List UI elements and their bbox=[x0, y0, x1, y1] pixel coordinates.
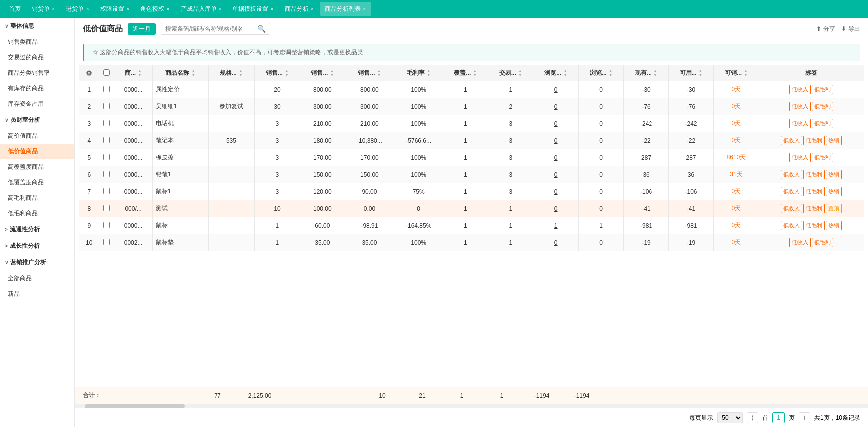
search-icon[interactable]: 🔍 bbox=[257, 25, 266, 33]
cell-browse1[interactable]: 0 bbox=[533, 149, 578, 166]
browse1-link[interactable]: 0 bbox=[554, 171, 558, 178]
period-button[interactable]: 近一月 bbox=[128, 23, 156, 35]
nav-role-auth[interactable]: 角色授权 × bbox=[135, 2, 174, 16]
cell-browse1[interactable]: 0 bbox=[533, 115, 578, 132]
cell-checkbox[interactable] bbox=[99, 98, 114, 115]
th-margin[interactable]: 毛利率 ▲▼ bbox=[394, 65, 443, 81]
nav-product-inbound[interactable]: 产成品入库单 × bbox=[176, 2, 226, 16]
sidebar-item-all-products[interactable]: 全部商品 bbox=[0, 271, 74, 286]
row-checkbox[interactable] bbox=[103, 120, 110, 126]
sidebar-item-low-coverage[interactable]: 低覆盖度商品 bbox=[0, 175, 74, 190]
row-checkbox[interactable] bbox=[103, 222, 110, 228]
share-button[interactable]: ⬆ 分享 bbox=[816, 25, 835, 33]
close-product-analysis-list-tab[interactable]: × bbox=[363, 6, 366, 12]
close-role-auth-tab[interactable]: × bbox=[166, 6, 169, 12]
th-available[interactable]: 可用... ▲▼ bbox=[668, 65, 713, 81]
cell-checkbox[interactable] bbox=[99, 217, 114, 234]
cell-checkbox[interactable] bbox=[99, 200, 114, 217]
sidebar-item-new-products[interactable]: 新品 bbox=[0, 286, 74, 302]
sidebar-item-category-sales-rate[interactable]: 商品分类销售率 bbox=[0, 65, 74, 81]
row-checkbox[interactable] bbox=[103, 171, 110, 177]
th-spec[interactable]: 规格... ▲▼ bbox=[208, 65, 255, 81]
sidebar-item-stock-capital[interactable]: 库存资金占用 bbox=[0, 96, 74, 112]
cell-checkbox[interactable] bbox=[99, 115, 114, 132]
cell-checkbox[interactable] bbox=[99, 234, 114, 251]
th-code[interactable]: 商... ▲▼ bbox=[114, 65, 152, 81]
close-template-settings-tab[interactable]: × bbox=[270, 6, 273, 12]
th-coverage[interactable]: 覆盖... ▲▼ bbox=[443, 65, 488, 81]
browse1-link[interactable]: 0 bbox=[554, 120, 558, 127]
row-checkbox[interactable] bbox=[103, 239, 110, 245]
cell-checkbox[interactable] bbox=[99, 149, 114, 166]
sidebar-item-stocked-products[interactable]: 有库存的商品 bbox=[0, 81, 74, 96]
th-sales-qty[interactable]: 销售... ▲▼ bbox=[255, 65, 300, 81]
sidebar-item-traded-products[interactable]: 交易过的商品 bbox=[0, 50, 74, 65]
close-purchase-order-tab[interactable]: × bbox=[86, 6, 89, 12]
cell-checkbox[interactable] bbox=[99, 132, 114, 149]
th-name[interactable]: 商品名称 ▲▼ bbox=[152, 65, 208, 81]
th-browse1[interactable]: 浏览... ▲▼ bbox=[533, 65, 578, 81]
nav-home[interactable]: 首页 bbox=[4, 2, 26, 16]
current-page[interactable]: 1 bbox=[772, 412, 785, 423]
settings-icon[interactable]: ⚙ bbox=[86, 69, 92, 77]
cell-browse1[interactable]: 1 bbox=[533, 217, 578, 234]
row-checkbox[interactable] bbox=[103, 103, 110, 109]
nav-product-analysis-list[interactable]: 商品分析列表 × bbox=[320, 2, 371, 16]
close-sales-order-tab[interactable]: × bbox=[52, 6, 55, 12]
browse1-link[interactable]: 1 bbox=[554, 222, 558, 229]
th-sellable[interactable]: 可销... ▲▼ bbox=[714, 65, 759, 81]
row-checkbox[interactable] bbox=[103, 86, 110, 92]
cell-checkbox[interactable] bbox=[99, 183, 114, 200]
sidebar-item-high-coverage[interactable]: 高覆盖度商品 bbox=[0, 159, 74, 175]
sidebar-section-overall[interactable]: ∨ 整体信息 bbox=[0, 18, 74, 34]
nav-template-settings[interactable]: 单据模板设置 × bbox=[227, 2, 278, 16]
th-current[interactable]: 现有... ▲▼ bbox=[624, 65, 668, 81]
th-gear[interactable]: ⚙ bbox=[79, 65, 99, 81]
cell-checkbox[interactable] bbox=[99, 166, 114, 183]
sidebar-section-finance[interactable]: ∨ 员财室分析 bbox=[0, 112, 74, 128]
sidebar-section-growth[interactable]: > 成长性分析 bbox=[0, 238, 74, 254]
th-sales-amount[interactable]: 销售... ▲▼ bbox=[300, 65, 345, 81]
row-checkbox[interactable] bbox=[103, 205, 110, 211]
cell-checkbox[interactable] bbox=[99, 81, 114, 98]
row-checkbox[interactable] bbox=[103, 154, 110, 160]
export-button[interactable]: ⬇ 导出 bbox=[841, 25, 860, 33]
sidebar-item-sales-products[interactable]: 销售类商品 bbox=[0, 34, 74, 50]
cell-browse1[interactable]: 0 bbox=[533, 81, 578, 98]
browse1-link[interactable]: 0 bbox=[554, 188, 558, 195]
sidebar-item-low-value[interactable]: 低价值商品 bbox=[0, 144, 74, 159]
nav-product-analysis[interactable]: 商品分析 × bbox=[280, 2, 319, 16]
search-input[interactable] bbox=[165, 25, 254, 32]
row-checkbox[interactable] bbox=[103, 188, 110, 194]
close-product-analysis-tab[interactable]: × bbox=[311, 6, 314, 12]
row-checkbox[interactable] bbox=[103, 137, 110, 143]
th-browse2[interactable]: 浏览... ▲▼ bbox=[578, 65, 623, 81]
th-checkbox[interactable] bbox=[99, 65, 114, 81]
cell-browse1[interactable]: 0 bbox=[533, 132, 578, 149]
cell-browse1[interactable]: 0 bbox=[533, 166, 578, 183]
nav-permissions[interactable]: 权限设置 × bbox=[95, 2, 134, 16]
select-all-checkbox[interactable] bbox=[103, 69, 110, 76]
browse1-link[interactable]: 0 bbox=[554, 103, 558, 110]
th-transaction[interactable]: 交易... ▲▼ bbox=[488, 65, 533, 81]
cell-browse1[interactable]: 0 bbox=[533, 200, 578, 217]
sidebar-section-liquidity[interactable]: > 流通性分析 bbox=[0, 221, 74, 238]
nav-sales-order[interactable]: 销货单 × bbox=[27, 2, 60, 16]
page-size-select[interactable]: 50 100 200 bbox=[717, 412, 743, 423]
browse1-link[interactable]: 0 bbox=[554, 239, 558, 246]
first-page-button[interactable]: ⟨ bbox=[747, 412, 758, 423]
close-product-inbound-tab[interactable]: × bbox=[218, 6, 221, 12]
horizontal-scrollbar[interactable] bbox=[75, 404, 868, 408]
next-page-button[interactable]: ⟩ bbox=[799, 412, 810, 423]
browse1-link[interactable]: 0 bbox=[554, 205, 558, 212]
sidebar-item-high-value[interactable]: 高价值商品 bbox=[0, 128, 74, 144]
th-sales-price[interactable]: 销售... ▲▼ bbox=[345, 65, 394, 81]
cell-browse1[interactable]: 0 bbox=[533, 183, 578, 200]
browse1-link[interactable]: 0 bbox=[554, 137, 558, 144]
browse1-link[interactable]: 0 bbox=[554, 154, 558, 161]
sidebar-section-marketing[interactable]: ∨ 营销推广分析 bbox=[0, 254, 74, 271]
sidebar-item-low-margin[interactable]: 低毛利商品 bbox=[0, 206, 74, 221]
cell-browse1[interactable]: 0 bbox=[533, 98, 578, 115]
cell-browse1[interactable]: 0 bbox=[533, 234, 578, 251]
close-permissions-tab[interactable]: × bbox=[126, 6, 129, 12]
